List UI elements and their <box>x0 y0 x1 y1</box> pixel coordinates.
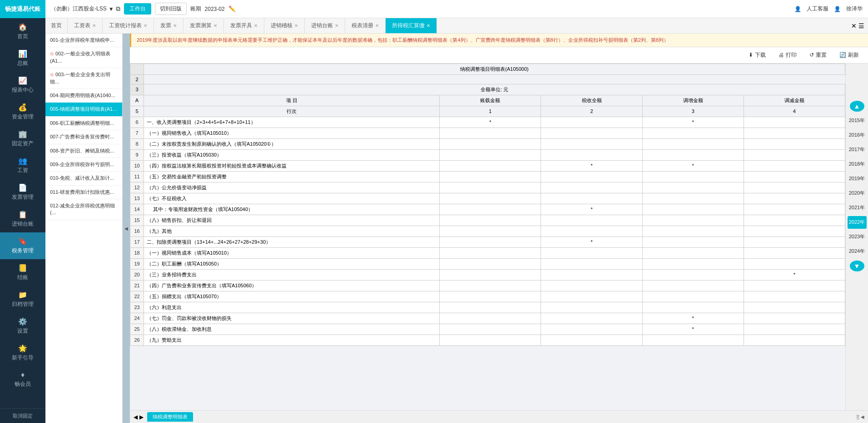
sidebar-item-close[interactable]: 📒 结账 <box>0 259 45 286</box>
row-c-21[interactable] <box>440 334 541 345</box>
row-f-11[interactable] <box>744 226 845 236</box>
row-c-17[interactable] <box>440 291 541 302</box>
row-f-9[interactable] <box>744 204 845 215</box>
year-2023[interactable]: 2023年 <box>848 231 867 243</box>
close-tab-payroll[interactable]: ✕ <box>92 23 96 28</box>
row-c-10[interactable] <box>440 215 541 226</box>
file-item-008[interactable]: 008-资产折旧、摊销及纳税... <box>45 144 122 158</box>
tab-in-out-check[interactable]: 进销稽核 ✕ <box>264 18 305 33</box>
next-sheet-icon[interactable]: ▶ <box>139 414 144 420</box>
row-c-18[interactable] <box>440 302 541 313</box>
row-item-12[interactable]: 二、扣除类调整项目（13+14+...24+26+27+28+29+30） <box>144 236 440 247</box>
row-d-11[interactable] <box>541 226 642 236</box>
row-e-3[interactable] <box>642 138 744 149</box>
file-item-004[interactable]: 004-期间费用明细表(A1040... <box>45 89 122 103</box>
row-c-7[interactable] <box>440 182 541 193</box>
row-d-4[interactable] <box>541 149 642 160</box>
row-f-6[interactable] <box>744 171 845 182</box>
sidebar-item-settings[interactable]: ⚙️ 设置 <box>0 313 45 339</box>
row-d-20[interactable] <box>541 324 642 334</box>
close-tab-in-out-check[interactable]: ✕ <box>294 23 298 28</box>
file-item-001[interactable]: 001-企业所得税年度纳税申... <box>45 34 122 47</box>
row-e-21[interactable] <box>642 334 744 345</box>
tab-payroll-stats[interactable]: 工资统计报表 ✕ <box>103 18 154 33</box>
year-2019[interactable]: 2019年 <box>848 172 867 185</box>
row-item-20[interactable]: （八）税收滞纳金、加收利息 <box>144 324 440 334</box>
row-item-5[interactable]: （四）按权益法核算长期股权投资对初始投资成本调整确认收益 <box>144 160 440 171</box>
row-item-14[interactable]: （二）职工薪酬（填写A105050） <box>144 258 440 269</box>
row-e-13[interactable] <box>642 247 744 258</box>
row-d-7[interactable] <box>541 182 642 193</box>
row-item-15[interactable]: （三）业务招待费支出 <box>144 269 440 280</box>
row-item-13[interactable]: （一）视同销售成本（填写A105010） <box>144 247 440 258</box>
row-item-3[interactable]: （二）未按权责发生制原则确认的收入（填写A105020①） <box>144 138 440 149</box>
tab-income-tax[interactable]: 所得税汇算缴 ✕ <box>386 18 437 33</box>
prev-sheet-icon[interactable]: ◀ <box>134 414 138 420</box>
year-2021[interactable]: 2021年 <box>848 202 867 214</box>
row-c-16[interactable] <box>440 280 541 291</box>
row-c-14[interactable] <box>440 258 541 269</box>
workspace-button[interactable]: 工作台 <box>124 3 151 15</box>
sidebar-item-archive[interactable]: 📁 归档管理 <box>0 286 45 313</box>
tab-tax-list[interactable]: 税表清册 ✕ <box>345 18 386 33</box>
close-tab-invoice-calc[interactable]: ✕ <box>213 23 217 28</box>
tab-invoice[interactable]: 发票 ✕ <box>154 18 184 33</box>
company-dropdown-icon[interactable]: ▼ <box>109 6 114 12</box>
row-item-18[interactable]: （六）利息支出 <box>144 302 440 313</box>
row-d-21[interactable] <box>541 334 642 345</box>
row-e-19[interactable]: * <box>642 313 744 324</box>
row-f-7[interactable] <box>744 182 845 193</box>
row-item-8[interactable]: （七）不征税收入 <box>144 193 440 204</box>
row-d-9[interactable]: * <box>541 204 642 215</box>
row-d-5[interactable]: * <box>541 160 642 171</box>
row-c-6[interactable] <box>440 171 541 182</box>
nav-close-icon[interactable]: ✕ <box>851 22 857 30</box>
row-e-11[interactable] <box>642 226 744 236</box>
row-d-17[interactable] <box>541 291 642 302</box>
row-c-13[interactable] <box>440 247 541 258</box>
row-f-15[interactable]: * <box>744 269 845 280</box>
row-e-8[interactable] <box>642 193 744 204</box>
close-tab-in-out-ledger[interactable]: ✕ <box>335 23 338 28</box>
row-f-8[interactable] <box>744 193 845 204</box>
file-item-009[interactable]: 009-企业所得税弥补亏损明... <box>45 158 122 172</box>
row-e-1[interactable]: * <box>642 117 744 128</box>
sidebar-item-tax[interactable]: 🔖 税务管理 <box>0 232 45 259</box>
tab-payroll[interactable]: 工资表 ✕ <box>68 18 103 33</box>
close-tab-payroll-stats[interactable]: ✕ <box>144 23 147 28</box>
row-d-10[interactable] <box>541 215 642 226</box>
row-c-15[interactable] <box>440 269 541 280</box>
bottom-tab-adjustment[interactable]: 纳税调整明细表 <box>147 412 193 422</box>
refresh-button[interactable]: 🔄 刷新 <box>836 50 863 60</box>
year-scroll-down[interactable]: ▼ <box>850 261 864 271</box>
year-2020[interactable]: 2020年 <box>848 187 867 200</box>
row-item-6[interactable]: （五）交易性金融资产初始投资调整 <box>144 171 440 182</box>
sidebar-item-ledger[interactable]: 📊 总账 <box>0 45 45 72</box>
row-d-3[interactable] <box>541 138 642 149</box>
tab-invoice-calc[interactable]: 发票测算 ✕ <box>184 18 224 33</box>
tab-in-out-ledger[interactable]: 进销台账 ✕ <box>305 18 345 33</box>
row-c-11[interactable] <box>440 226 541 236</box>
year-2015[interactable]: 2015年 <box>848 114 867 127</box>
year-scroll-up[interactable]: ▲ <box>850 101 864 112</box>
row-f-18[interactable] <box>744 302 845 313</box>
sidebar-item-inout[interactable]: 📋 进销台账 <box>0 206 45 232</box>
row-c-2[interactable] <box>440 128 541 138</box>
row-c-3[interactable] <box>440 138 541 149</box>
row-d-6[interactable] <box>541 171 642 182</box>
tab-home[interactable]: 首页 <box>45 18 68 33</box>
row-c-19[interactable] <box>440 313 541 324</box>
row-d-12[interactable]: * <box>541 236 642 247</box>
file-item-011[interactable]: 011-研发费用加计扣除优惠... <box>45 186 122 199</box>
row-c-8[interactable] <box>440 193 541 204</box>
row-f-1[interactable] <box>744 117 845 128</box>
row-item-19[interactable]: （七）罚金、罚款和被没收财物的损失 <box>144 313 440 324</box>
year-2024[interactable]: 2024年 <box>848 245 867 258</box>
year-2022[interactable]: 2022年 <box>848 216 867 229</box>
row-f-3[interactable] <box>744 138 845 149</box>
row-d-1[interactable] <box>541 117 642 128</box>
sidebar-item-guide[interactable]: 🌟 新手引导 <box>0 339 45 366</box>
year-2017[interactable]: 2017年 <box>848 143 867 156</box>
tab-invoice-issue[interactable]: 发票开具 ✕ <box>224 18 264 33</box>
row-d-14[interactable] <box>541 258 642 269</box>
